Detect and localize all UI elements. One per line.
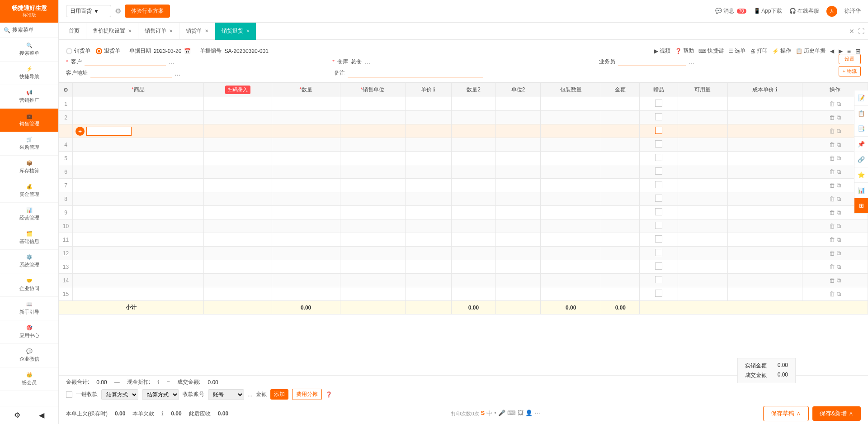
online-service-btn[interactable]: 🎧 在线客服 <box>789 7 819 15</box>
row-unit-6[interactable] <box>340 179 405 192</box>
row-pkgqty-10[interactable] <box>540 233 601 247</box>
row-unit2-8[interactable] <box>496 206 541 219</box>
copy-row-button-8[interactable]: ⧉ <box>837 209 841 216</box>
row-cost-4[interactable] <box>727 152 802 165</box>
row-price-5[interactable] <box>405 165 451 179</box>
row-price-10[interactable] <box>405 233 451 247</box>
add-row-button[interactable]: + <box>75 127 85 136</box>
delete-row-button-3[interactable]: 🗑 <box>829 141 835 148</box>
row-avail-1[interactable] <box>678 111 728 124</box>
sidebar-item-member[interactable]: 👑 畅会员 <box>0 367 58 391</box>
delete-row-button-10[interactable]: 🗑 <box>829 236 835 243</box>
gift-checkbox-14[interactable] <box>655 290 662 297</box>
tab-4[interactable]: 销货退货✕ <box>215 23 256 40</box>
print-action[interactable]: 🖨 打印 <box>750 47 768 55</box>
row-avail-8[interactable] <box>678 206 728 219</box>
row-product-10[interactable] <box>73 233 204 247</box>
row-product-0[interactable] <box>73 97 204 111</box>
rt-item-3[interactable]: 📑 <box>854 121 868 137</box>
gift-checkbox-0[interactable] <box>655 100 662 107</box>
row-amount-7[interactable] <box>601 192 640 206</box>
copy-row-button-13[interactable]: ⧉ <box>837 277 841 284</box>
radio-return[interactable]: 退货单 <box>96 47 120 55</box>
delete-row-button-2[interactable]: 🗑 <box>829 128 835 134</box>
save-draft-button[interactable]: 保存草稿 ∧ <box>763 406 809 421</box>
copy-row-button-7[interactable]: ⧉ <box>837 195 841 203</box>
prev-doc-icon[interactable]: ◀ <box>830 48 834 54</box>
sidebar-item-cooperation[interactable]: 🤝 企业协同 <box>0 273 58 297</box>
delete-row-button-12[interactable]: 🗑 <box>829 263 835 270</box>
row-price-8[interactable] <box>405 206 451 219</box>
row-unit2-13[interactable] <box>496 274 541 287</box>
fee-split-button[interactable]: 费用分摊 <box>292 389 322 400</box>
note-input[interactable] <box>348 69 483 77</box>
rt-item-7[interactable]: 📊 <box>854 183 868 198</box>
row-cost-14[interactable] <box>727 287 802 301</box>
close-tab-button[interactable]: ✕ <box>849 28 854 35</box>
row-avail-10[interactable] <box>678 233 728 247</box>
gift-checkbox-9[interactable] <box>655 222 662 229</box>
row-pkgqty-5[interactable] <box>540 165 601 179</box>
row-amount-10[interactable] <box>601 233 640 247</box>
row-avail-2[interactable] <box>678 124 728 138</box>
row-product-3[interactable] <box>73 138 204 152</box>
sidebar-search[interactable]: 🔍 搜索菜单 <box>0 23 58 38</box>
maximize-tab-button[interactable]: ⛶ <box>858 28 864 35</box>
row-avail-11[interactable] <box>678 247 728 260</box>
row-qty-9[interactable] <box>272 219 340 233</box>
copy-row-button-12[interactable]: ⧉ <box>837 263 841 271</box>
gift-checkbox-5[interactable] <box>655 167 662 175</box>
next-doc-icon[interactable]: ▶ <box>839 48 843 54</box>
row-amount-3[interactable] <box>601 138 640 152</box>
salesperson-input[interactable] <box>618 57 686 66</box>
tab-0[interactable]: 首页 <box>62 23 86 40</box>
row-unit2-9[interactable] <box>496 219 541 233</box>
row-qty2-10[interactable] <box>451 233 496 247</box>
delete-row-button-6[interactable]: 🗑 <box>829 182 835 189</box>
row-pkgqty-12[interactable] <box>540 260 601 274</box>
one-click-pay-checkbox[interactable] <box>66 391 72 398</box>
row-pkgqty-2[interactable] <box>540 124 601 138</box>
copy-row-button-14[interactable]: ⧉ <box>837 291 841 298</box>
row-product-1[interactable] <box>73 111 204 124</box>
customer-select-icon[interactable]: ... <box>169 58 175 66</box>
row-cost-3[interactable] <box>727 138 802 152</box>
operate-action[interactable]: ⚡ 操作 <box>772 47 791 55</box>
row-unit-12[interactable] <box>340 260 405 274</box>
row-price-13[interactable] <box>405 274 451 287</box>
copy-row-button-3[interactable]: ⧉ <box>837 141 841 148</box>
row-amount-1[interactable] <box>601 111 640 124</box>
product-input-2[interactable] <box>86 127 132 136</box>
row-qty-1[interactable] <box>272 111 340 124</box>
row-unit-13[interactable] <box>340 274 405 287</box>
row-avail-4[interactable] <box>678 152 728 165</box>
row-qty2-2[interactable] <box>451 124 496 138</box>
row-product-2[interactable]: + <box>73 124 204 138</box>
app-download-btn[interactable]: 📱 App下载 <box>754 7 782 15</box>
delete-row-button-13[interactable]: 🗑 <box>829 277 835 284</box>
scan-input-button[interactable]: 扫码录入 <box>225 86 250 94</box>
account-dots-icon[interactable]: ... <box>248 391 252 398</box>
row-price-6[interactable] <box>405 179 451 192</box>
row-product-8[interactable] <box>73 206 204 219</box>
row-qty-6[interactable] <box>272 179 340 192</box>
row-gift-12[interactable] <box>640 260 678 274</box>
delete-row-button-14[interactable]: 🗑 <box>829 291 835 297</box>
row-unit2-12[interactable] <box>496 260 541 274</box>
help-action[interactable]: ❓ 帮助 <box>675 47 694 55</box>
save-new-button[interactable]: 保存&新增 ∧ <box>812 406 861 421</box>
tab-1[interactable]: 售价提取设置✕ <box>86 23 138 40</box>
delete-row-button-4[interactable]: 🗑 <box>829 155 835 162</box>
rt-item-1[interactable]: 📝 <box>854 91 868 106</box>
row-gift-13[interactable] <box>640 274 678 287</box>
row-qty-5[interactable] <box>272 165 340 179</box>
row-cost-7[interactable] <box>727 192 802 206</box>
row-amount-14[interactable] <box>601 287 640 301</box>
row-unit2-11[interactable] <box>496 247 541 260</box>
row-unit2-2[interactable] <box>496 124 541 138</box>
copy-row-button-4[interactable]: ⧉ <box>837 155 841 162</box>
gift-checkbox-12[interactable] <box>655 262 662 270</box>
row-cost-10[interactable] <box>727 233 802 247</box>
copy-row-button-10[interactable]: ⧉ <box>837 236 841 243</box>
row-amount-8[interactable] <box>601 206 640 219</box>
